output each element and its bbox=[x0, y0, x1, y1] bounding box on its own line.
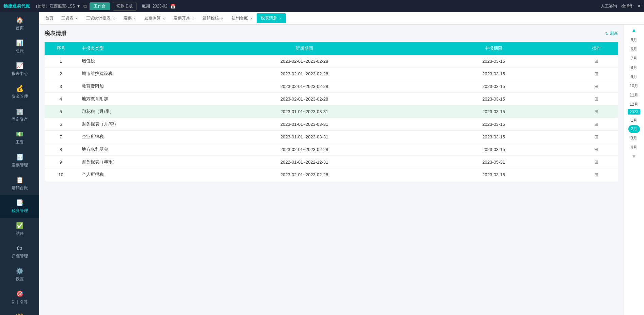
action-icon[interactable]: ⊞ bbox=[594, 84, 598, 89]
timeline-month-12[interactable]: 12月 bbox=[624, 100, 644, 109]
vip-icon: 👑 bbox=[16, 313, 23, 315]
action-icon[interactable]: ⊞ bbox=[594, 159, 598, 165]
sidebar-item-vip[interactable]: 👑 畅会员 bbox=[0, 309, 39, 315]
tab-invoice-issue[interactable]: 发票开具 × bbox=[170, 13, 198, 23]
timeline-month-7[interactable]: 7月 bbox=[624, 54, 644, 63]
timeline-month-1[interactable]: 1月 bbox=[624, 116, 644, 125]
cell-seq: 8 bbox=[45, 143, 77, 156]
tab-payroll-stats[interactable]: 工资统计报表 × bbox=[82, 13, 119, 23]
support-label[interactable]: 人工咨询 bbox=[601, 3, 617, 9]
cell-action: ⊞ bbox=[575, 55, 618, 68]
sidebar-item-label: 总账 bbox=[16, 48, 24, 54]
tab-close-payroll[interactable]: × bbox=[76, 16, 78, 20]
user-label[interactable]: 徐泽华 bbox=[621, 3, 633, 9]
timeline-month-5[interactable]: 5月 bbox=[624, 35, 644, 45]
top-bar-right: 人工咨询 徐泽华 × bbox=[601, 3, 641, 9]
timeline-month-4[interactable]: 4月 bbox=[624, 143, 644, 152]
cell-period: 2023-02-01~2023-02-28 bbox=[196, 55, 413, 68]
main-layout: 🏠 首页 📊 总账 📈 报表中心 💰 资金管理 🏢 固定资产 💵 工资 🧾 发票… bbox=[0, 12, 644, 315]
cell-period: 2023-02-01~2023-02-28 bbox=[196, 168, 413, 181]
table-row: 5印花税（月/季）2023-01-01~2023-03-312023-03-15… bbox=[45, 105, 618, 118]
cell-deadline: 2023-03-15 bbox=[413, 143, 575, 156]
sidebar-item-invoice-mgmt[interactable]: 🧾 发票管理 bbox=[0, 149, 39, 172]
action-icon[interactable]: ⊞ bbox=[594, 71, 598, 76]
cell-action: ⊞ bbox=[575, 143, 618, 156]
page-header: 税表清册 ↻ 刷新 bbox=[45, 30, 618, 37]
timeline-month-6[interactable]: 6月 bbox=[624, 45, 644, 54]
timeline-month-9[interactable]: 9月 bbox=[624, 72, 644, 81]
cell-type: 教育费附加 bbox=[77, 80, 196, 93]
cell-action: ⊞ bbox=[575, 93, 618, 105]
tab-close-sales-ledger[interactable]: × bbox=[250, 16, 252, 20]
tab-home[interactable]: 首页 bbox=[42, 13, 57, 23]
timeline-arrow-up[interactable]: ▲ bbox=[631, 27, 637, 33]
tab-close-invoice[interactable]: × bbox=[134, 16, 136, 20]
action-icon[interactable]: ⊞ bbox=[594, 147, 598, 152]
refresh-button[interactable]: ↻ 刷新 bbox=[605, 31, 618, 36]
sidebar-item-ledger[interactable]: 📊 总账 bbox=[0, 35, 39, 58]
table-row: 10个人所得税2023-02-01~2023-02-282023-03-15⊞ bbox=[45, 168, 618, 181]
sidebar-item-settings[interactable]: ⚙️ 设置 bbox=[0, 263, 39, 286]
cell-deadline: 2023-03-15 bbox=[413, 118, 575, 131]
copy-icon[interactable]: ⧉ bbox=[83, 3, 87, 9]
sidebar-item-archive[interactable]: 🗂 归档管理 bbox=[0, 241, 39, 263]
col-action: 操作 bbox=[575, 42, 618, 55]
cell-type: 地方水利基金 bbox=[77, 143, 196, 156]
cell-period: 2023-01-01~2023-03-31 bbox=[196, 118, 413, 131]
cell-type: 城市维护建设税 bbox=[77, 68, 196, 80]
cell-action: ⊞ bbox=[575, 156, 618, 168]
closing-icon: ✅ bbox=[16, 222, 23, 229]
tab-tax-register[interactable]: 税表清册 × bbox=[257, 13, 286, 23]
action-icon[interactable]: ⊞ bbox=[594, 134, 598, 139]
tab-close-tax-register[interactable]: × bbox=[279, 16, 281, 20]
sidebar-item-reports[interactable]: 📈 报表中心 bbox=[0, 58, 39, 81]
top-bar: 畅捷通易代账 (勿动）江西服宝-LSS ▼ ⧉ 工作台 切到旧版 账期 2023… bbox=[0, 0, 644, 12]
action-icon[interactable]: ⊞ bbox=[594, 109, 598, 114]
sidebar-item-home[interactable]: 🏠 首页 bbox=[0, 12, 39, 35]
sidebar-item-label: 报表中心 bbox=[12, 71, 28, 77]
sidebar-item-funds[interactable]: 💰 资金管理 bbox=[0, 81, 39, 104]
company-selector[interactable]: (勿动）江西服宝-LSS ▼ bbox=[36, 3, 81, 9]
app-logo: 畅捷通易代账 bbox=[3, 3, 30, 9]
tab-sales-ledger[interactable]: 进销台账 × bbox=[228, 13, 257, 23]
sidebar-item-payroll[interactable]: 💵 工资 bbox=[0, 126, 39, 149]
tab-close-invoice-issue[interactable]: × bbox=[192, 16, 194, 20]
tab-invoice-calc[interactable]: 发票测算 × bbox=[140, 13, 169, 23]
timeline-arrow-down[interactable]: ▼ bbox=[631, 153, 637, 160]
col-seq: 序号 bbox=[45, 42, 77, 55]
sidebar-item-tax-mgmt[interactable]: 📑 税务管理 bbox=[0, 195, 39, 218]
calendar-icon[interactable]: 📅 bbox=[170, 4, 176, 9]
sidebar-item-label: 资金管理 bbox=[12, 94, 28, 100]
sidebar-item-closing[interactable]: ✅ 结账 bbox=[0, 218, 39, 241]
timeline-month-10[interactable]: 10月 bbox=[624, 81, 644, 91]
sidebar-item-label: 固定资产 bbox=[12, 117, 28, 122]
page-main: 税表清册 ↻ 刷新 序号 申报表类型 所属期间 申报期限 操作 bbox=[39, 25, 624, 315]
cell-type: 企业所得税 bbox=[77, 131, 196, 143]
close-button[interactable]: × bbox=[638, 3, 641, 9]
action-icon[interactable]: ⊞ bbox=[594, 121, 598, 127]
tab-close-sales-audit[interactable]: × bbox=[221, 16, 223, 20]
tab-payroll[interactable]: 工资表 × bbox=[57, 13, 82, 23]
timeline-month-3[interactable]: 3月 bbox=[624, 134, 644, 143]
action-icon[interactable]: ⊞ bbox=[594, 96, 598, 102]
timeline-month-2-active[interactable]: 2月 bbox=[628, 125, 640, 133]
tab-sales-audit[interactable]: 进销稽核 × bbox=[198, 13, 227, 23]
tab-invoice[interactable]: 发票 × bbox=[119, 13, 140, 23]
cell-deadline: 2023-03-15 bbox=[413, 168, 575, 181]
tab-close-invoice-calc[interactable]: × bbox=[163, 16, 165, 20]
timeline-month-11[interactable]: 11月 bbox=[624, 91, 644, 100]
sidebar-item-assets[interactable]: 🏢 固定资产 bbox=[0, 104, 39, 126]
action-icon[interactable]: ⊞ bbox=[594, 58, 598, 64]
sidebar-item-sales-ledger[interactable]: 📋 进销台账 bbox=[0, 172, 39, 195]
switch-old-button[interactable]: 切到旧版 bbox=[113, 2, 136, 11]
tab-close-payroll-stats[interactable]: × bbox=[113, 16, 115, 20]
cell-seq: 10 bbox=[45, 168, 77, 181]
action-icon[interactable]: ⊞ bbox=[594, 172, 598, 177]
settings-icon: ⚙️ bbox=[16, 267, 23, 275]
sidebar-item-guide[interactable]: 🎯 新手引导 bbox=[0, 286, 39, 309]
ledger-icon: 📊 bbox=[16, 39, 23, 47]
table-row: 9财务报表（年报）2022-01-01~2022-12-312023-05-31… bbox=[45, 156, 618, 168]
workbench-button[interactable]: 工作台 bbox=[90, 2, 110, 10]
sidebar: 🏠 首页 📊 总账 📈 报表中心 💰 资金管理 🏢 固定资产 💵 工资 🧾 发票… bbox=[0, 12, 39, 315]
timeline-month-8[interactable]: 8月 bbox=[624, 63, 644, 72]
